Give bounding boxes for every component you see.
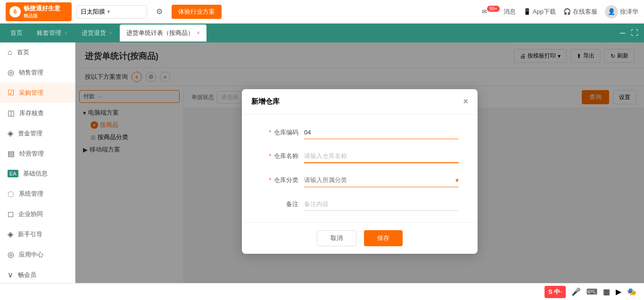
warehouse-code-input[interactable] xyxy=(304,126,459,139)
category-field-row: * 仓库分类 ▾ xyxy=(261,174,459,187)
tab-purchase-return-label: 进货退货 xyxy=(82,29,106,37)
sidebar-item-inventory[interactable]: ◫ 库存核查 xyxy=(0,103,75,123)
sidebar-item-system[interactable]: ◌ 系统管理 xyxy=(0,183,75,204)
top-right-area: ✉ 99+ 消息 📱 App下载 🎧 在线客服 👤 徐泽华 xyxy=(482,5,638,18)
tab-purchase-stats[interactable]: 进货单统计表（按商品） × xyxy=(120,25,206,42)
tab-purchase-return-close[interactable]: × xyxy=(109,30,112,36)
category-select[interactable]: ▾ xyxy=(304,174,459,187)
palette-icon[interactable]: 🎭 xyxy=(627,287,636,296)
sidebar-label-guide: 新手引导 xyxy=(18,230,42,239)
bottom-logo: S 中· xyxy=(545,286,566,298)
note-input[interactable] xyxy=(304,198,459,211)
tab-home-label: 首页 xyxy=(10,29,23,37)
code-label: * 仓库编码 xyxy=(261,128,298,137)
modal-title: 新增仓库 xyxy=(251,97,280,106)
code-field-row: * 仓库编码 xyxy=(261,126,459,139)
sidebar-label-inventory: 库存核查 xyxy=(19,109,44,117)
tab-bar: 首页 账套管理 × 进货退货 × 进货单统计表（按商品） × ─ ⛶ xyxy=(0,24,644,42)
modal-overlay: 新增仓库 × * 仓库编码 * xyxy=(75,42,644,300)
operation-icon: ▤ xyxy=(8,149,15,158)
main-layout: ⌂ 首页 ◎ 销售管理 ☑ 采购管理 ◫ 库存核查 ◈ 资金管理 ▤ 经营管理 … xyxy=(0,42,644,300)
sidebar-label-operation: 经营管理 xyxy=(19,150,44,158)
sidebar-label-purchase: 采购管理 xyxy=(19,89,43,97)
sidebar-item-finance[interactable]: ◈ 资金管理 xyxy=(0,123,75,143)
sidebar-item-purchase[interactable]: ☑ 采购管理 xyxy=(0,83,75,103)
tab-home[interactable]: 首页 xyxy=(4,25,29,42)
sidebar-label-system: 系统管理 xyxy=(19,190,43,198)
headphone-icon: 🎧 xyxy=(563,8,571,15)
guide-icon: ◈ xyxy=(8,230,13,239)
sidebar-item-enterprise[interactable]: ◻ 企业协同 xyxy=(0,204,75,224)
tab-purchase-stats-label: 进货单统计表（按商品） xyxy=(126,29,194,37)
online-service-btn[interactable]: 🎧 在线客服 xyxy=(563,8,597,16)
sidebar-item-member[interactable]: ∨ 畅会员 xyxy=(0,265,75,285)
store-selector[interactable]: 日太阳膜 ▾ xyxy=(76,5,147,18)
tab-purchase-stats-close[interactable]: × xyxy=(197,30,200,36)
sidebar-label-appcenter: 应用中心 xyxy=(19,250,43,259)
sidebar-item-basic[interactable]: EA 基础信息 xyxy=(0,164,75,183)
home-icon: ⌂ xyxy=(8,48,12,57)
purchase-icon: ☑ xyxy=(8,88,14,97)
sidebar-label-basic: 基础信息 xyxy=(23,169,48,178)
bottom-bar: S 中· 🎤 ⌨ ▦ ▶ 🎭 xyxy=(0,283,644,300)
sidebar-item-operation[interactable]: ▤ 经营管理 xyxy=(0,143,75,164)
logo-icon: 6 xyxy=(9,6,21,17)
basic-icon: EA xyxy=(8,170,18,177)
appcenter-icon: ◎ xyxy=(8,250,14,259)
category-input[interactable] xyxy=(304,176,455,183)
user-menu[interactable]: 👤 徐泽华 xyxy=(605,5,638,18)
finance-icon: ◈ xyxy=(8,129,13,138)
cancel-button[interactable]: 取消 xyxy=(317,230,356,246)
sidebar-item-appcenter[interactable]: ◎ 应用中心 xyxy=(0,244,75,265)
tab-expand-icon[interactable]: ⛶ xyxy=(629,27,640,39)
sidebar-label-sales: 销售管理 xyxy=(19,68,43,77)
modal-header: 新增仓库 × xyxy=(242,89,478,115)
warehouse-name-input[interactable] xyxy=(304,150,459,163)
tab-account-label: 账套管理 xyxy=(37,29,61,37)
play-icon[interactable]: ▶ xyxy=(616,287,621,296)
tab-actions: ─ ⛶ xyxy=(618,27,640,39)
category-label: * 仓库分类 xyxy=(261,176,298,184)
note-label: 备注 xyxy=(261,200,298,208)
content-area: 进货单统计(按商品) 🖨 按模板打印 ▾ ⬆ 导出 ↻ 刷新 xyxy=(75,42,644,300)
message-btn[interactable]: ✉ 99+ 消息 xyxy=(482,8,516,16)
grid-icon[interactable]: ▦ xyxy=(603,287,610,296)
note-field-row: 备注 xyxy=(261,198,459,211)
sidebar-item-home[interactable]: ⌂ 首页 xyxy=(0,42,75,62)
keyboard-icon[interactable]: ⌨ xyxy=(586,287,597,296)
avatar: 👤 xyxy=(605,5,618,18)
tab-purchase-return[interactable]: 进货退货 × xyxy=(75,25,119,42)
name-required-mark: * xyxy=(269,152,271,159)
sidebar-item-guide[interactable]: ◈ 新手引导 xyxy=(0,224,75,244)
settings-icon[interactable]: ⚙ xyxy=(152,4,167,19)
modal-footer: 取消 保存 xyxy=(242,222,478,254)
logo-text: 畅捷通好生意 精品版 xyxy=(24,4,60,19)
save-button[interactable]: 保存 xyxy=(364,230,403,246)
app-download-btn[interactable]: 📱 App下载 xyxy=(523,8,556,16)
tab-account-close[interactable]: × xyxy=(64,30,67,36)
member-icon: ∨ xyxy=(8,270,13,279)
enterprise-icon: ◻ xyxy=(8,209,14,218)
inventory-icon: ◫ xyxy=(8,108,15,117)
name-label: * 仓库名称 xyxy=(261,152,298,160)
sidebar-label-member: 畅会员 xyxy=(18,271,36,279)
new-warehouse-modal: 新增仓库 × * 仓库编码 * xyxy=(242,89,478,254)
modal-body: * 仓库编码 * 仓库名称 xyxy=(242,115,478,222)
trial-button[interactable]: 体验行业方案 xyxy=(172,5,222,19)
logo-area: 6 畅捷通好生意 精品版 xyxy=(6,2,72,21)
modal-close-button[interactable]: × xyxy=(463,97,468,107)
code-required-mark: * xyxy=(269,129,271,136)
sidebar-item-sales[interactable]: ◎ 销售管理 xyxy=(0,62,75,83)
top-bar: 6 畅捷通好生意 精品版 日太阳膜 ▾ ⚙ 体验行业方案 ✉ 99+ 消息 📱 … xyxy=(0,0,644,24)
microphone-icon[interactable]: 🎤 xyxy=(571,287,581,296)
name-field-row: * 仓库名称 xyxy=(261,150,459,163)
tab-minimize-icon[interactable]: ─ xyxy=(618,27,627,39)
category-required-mark: * xyxy=(269,176,271,183)
sidebar-label-enterprise: 企业协同 xyxy=(18,210,43,218)
system-icon: ◌ xyxy=(8,189,14,198)
sidebar: ⌂ 首页 ◎ 销售管理 ☑ 采购管理 ◫ 库存核查 ◈ 资金管理 ▤ 经营管理 … xyxy=(0,42,75,300)
tab-account[interactable]: 账套管理 × xyxy=(30,25,74,42)
sales-icon: ◎ xyxy=(8,68,14,77)
chevron-down-icon: ▾ xyxy=(107,8,110,15)
store-name: 日太阳膜 xyxy=(81,8,105,16)
